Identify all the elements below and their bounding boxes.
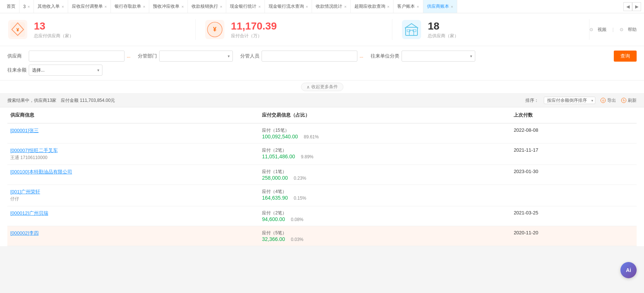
collapse-label: 收起更多条件: [311, 84, 338, 90]
nav-tab-cash-stat-label: 现金银行统计: [230, 3, 256, 10]
balance-select-wrapper: 选择...: [29, 65, 102, 76]
nav-tab-receipt-exec[interactable]: 收款核销执行 ×: [188, 0, 226, 13]
summary-bar: ¥ 13 总应付供应商（家） ¥ 11,170.39 应付合计（万）: [0, 13, 644, 46]
supplier-cell: [000001]张三: [7, 123, 259, 144]
nav-tab-prepay-close[interactable]: ×: [181, 4, 183, 9]
nav-tab-receipt-exec-close[interactable]: ×: [220, 4, 222, 9]
nav-tab-customer-ledger-close[interactable]: ×: [417, 4, 419, 9]
nav-tab-overdue-close[interactable]: ×: [387, 4, 389, 9]
category-select[interactable]: [402, 51, 475, 62]
balance-select[interactable]: 选择...: [29, 65, 102, 76]
supplier-sub: 王通 17106110000: [10, 155, 256, 161]
collapse-button[interactable]: ∧ 收起更多条件: [301, 83, 343, 91]
supplier-input[interactable]: [29, 51, 125, 62]
table-row[interactable]: [000012]广州贝瑞应付（2笔）94,600.000.08%2021-03-…: [7, 206, 637, 226]
nav-tab-other-income-close[interactable]: ×: [62, 4, 64, 9]
tx-label: 应付: [262, 210, 271, 216]
refresh-button[interactable]: ↻ 刷新: [621, 97, 637, 104]
summary-total-suppliers: 18 总供应商（家）: [392, 19, 589, 40]
export-button[interactable]: ⊙ 导出: [601, 97, 616, 104]
nav-tab-3[interactable]: 3 ×: [20, 0, 34, 13]
col-header-lastpay: 上次付数: [511, 107, 637, 123]
dept-filter-label: 分管部门: [138, 53, 157, 59]
query-button[interactable]: 查询: [614, 51, 637, 62]
nav-tab-home[interactable]: 首页: [3, 0, 20, 13]
nav-tab-prepay[interactable]: 预收冲应收单 ×: [149, 0, 188, 13]
nav-tab-overdue[interactable]: 超期应收款查询 ×: [351, 0, 393, 13]
nav-tab-other-income[interactable]: 其他收入单 ×: [34, 0, 68, 13]
nav-tab-3-label: 3: [23, 4, 26, 9]
top-nav: 首页 3 × 其他收入单 × 应收应付调整单 × 银行存取款单 × 预收冲应收单…: [0, 0, 644, 13]
table-row[interactable]: [000007]恒旺二手叉车王通 17106110000应付（2笔）11,051…: [7, 144, 637, 165]
nav-tab-cash-flow-close[interactable]: ×: [306, 4, 308, 9]
filter-balance: 往来余额 选择...: [7, 65, 102, 76]
supplier-icon: ¥: [7, 19, 28, 40]
filter-category: 往来单位分类: [371, 51, 475, 62]
supplier-ellipsis[interactable]: ...: [127, 54, 130, 59]
supplier-link[interactable]: [000001]张三: [10, 128, 39, 133]
nav-tab-customer-ledger[interactable]: 客户账本 ×: [393, 0, 423, 13]
export-icon: ⊙: [601, 98, 606, 103]
supplier-link[interactable]: [001]广州荣轩: [10, 189, 40, 194]
dept-select[interactable]: [159, 51, 233, 62]
person-filter-label: 分管人员: [240, 53, 259, 59]
tx-count: （2笔）: [271, 210, 287, 216]
tx-pct: 9.89%: [301, 154, 314, 159]
supplier-link[interactable]: [000007]恒旺二手叉车: [10, 148, 58, 153]
tx-amount[interactable]: 164,635.90: [262, 195, 288, 201]
nav-tab-bank-close[interactable]: ×: [143, 4, 145, 9]
tx-amount[interactable]: 100,092,540.00: [262, 134, 298, 139]
last-pay-cell: 2021-11-17: [511, 144, 637, 165]
nav-tab-bank-label: 银行存取款单: [115, 3, 141, 10]
supplier-cell: [000100]本特勤油品有限公司: [7, 165, 259, 185]
table-header: 供应商信息 应付交易信息（占比） 上次付数: [7, 107, 637, 123]
table-row[interactable]: [000100]本特勤油品有限公司应付（1笔）258,000.000.23%20…: [7, 165, 637, 185]
supplier-link[interactable]: [000100]本特勤油品有限公司: [10, 169, 72, 175]
table-row[interactable]: [000001]张三应付（15笔）100,092,540.0089.61%202…: [7, 123, 637, 144]
nav-tab-cash-stat-close[interactable]: ×: [258, 4, 260, 9]
filter-row-1: 供应商 ... 分管部门 分管人员 ... 往来单位分类 查询: [7, 51, 637, 62]
filter-dept: 分管部门: [138, 51, 233, 62]
tx-pct: 0.23%: [294, 176, 306, 181]
tx-count: （2笔）: [271, 148, 287, 153]
tx-amount[interactable]: 94,600.00: [262, 216, 285, 222]
nav-tab-cash-stat[interactable]: 现金银行统计 ×: [226, 0, 265, 13]
tx-cell: 应付（1笔）258,000.000.23%: [259, 165, 511, 185]
nav-tab-3-close[interactable]: ×: [28, 4, 30, 9]
nav-tab-receipt-stat-close[interactable]: ×: [344, 4, 346, 9]
person-ellipsis[interactable]: ...: [360, 54, 363, 59]
nav-tab-adjust-close[interactable]: ×: [105, 4, 107, 9]
category-filter-label: 往来单位分类: [371, 53, 399, 59]
help-link[interactable]: 帮助: [628, 27, 637, 33]
collapse-icon: ∧: [307, 85, 310, 90]
nav-prev-button[interactable]: ◀: [623, 2, 632, 11]
summary-payable-suppliers-content: 13 总应付供应商（家）: [34, 20, 74, 39]
last-pay-cell: 2021-03-25: [511, 206, 637, 226]
nav-arrows: ◀ ▶: [623, 2, 641, 11]
table-row[interactable]: [001]广州荣轩仔仔应付（4笔）164,635.900.15%: [7, 185, 637, 206]
supplier-link[interactable]: [000002]李四: [10, 230, 39, 236]
sort-select[interactable]: 按应付余额倒序排序 按应付余额正序排序 按名称排序: [544, 97, 595, 104]
nav-next-button[interactable]: ▶: [632, 2, 641, 11]
tx-amount[interactable]: 258,000.00: [262, 175, 288, 181]
video-link[interactable]: 视频: [598, 27, 606, 33]
nav-tab-other-income-label: 其他收入单: [38, 3, 60, 10]
filter-row-2: 往来余额 选择...: [7, 65, 637, 76]
supplier-link[interactable]: [000012]广州贝瑞: [10, 210, 48, 216]
nav-tab-supplier-ledger-close[interactable]: ×: [451, 4, 453, 9]
nav-tab-supplier-ledger[interactable]: 供应商账本 ×: [423, 0, 457, 13]
header-row: 供应商信息 应付交易信息（占比） 上次付数: [7, 107, 637, 123]
supplier-cell: [000007]恒旺二手叉车王通 17106110000: [7, 144, 259, 165]
sort-label: 排序：: [525, 97, 539, 104]
tx-cell: 应付（2笔）94,600.000.08%: [259, 206, 511, 226]
filter-person: 分管人员 ...: [240, 51, 363, 62]
tx-label: 应付: [262, 189, 271, 194]
person-input[interactable]: [262, 51, 357, 62]
nav-tab-receipt-stat[interactable]: 收款情况统计 ×: [312, 0, 350, 13]
nav-tab-cash-flow[interactable]: 现金银行流水查询 ×: [265, 0, 312, 13]
nav-tab-bank[interactable]: 银行存取款单 ×: [111, 0, 149, 13]
nav-tab-adjust[interactable]: 应收应付调整单 ×: [68, 0, 111, 13]
table-row[interactable]: [000002]李四应付（5笔）32,366.000.03%2020-11-20: [7, 226, 637, 246]
tx-amount[interactable]: 32,366.00: [262, 236, 285, 242]
tx-amount[interactable]: 11,051,486.00: [262, 154, 295, 159]
